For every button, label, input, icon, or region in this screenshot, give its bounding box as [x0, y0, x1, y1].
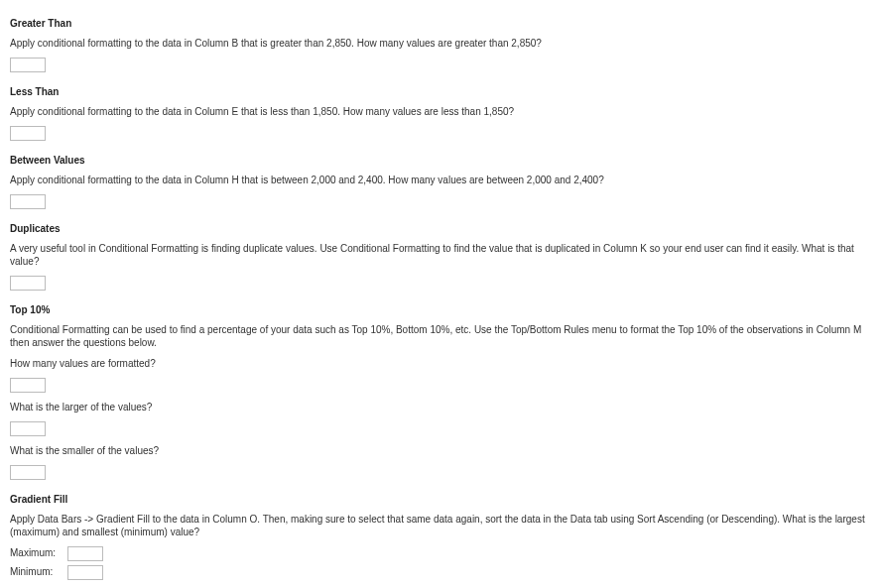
- input-duplicates[interactable]: [10, 276, 46, 291]
- input-minimum[interactable]: [67, 565, 103, 580]
- heading-greater-than: Greater Than: [10, 18, 872, 29]
- desc-greater-than: Apply conditional formatting to the data…: [10, 37, 872, 50]
- q-top10-smaller: What is the smaller of the values?: [10, 444, 872, 457]
- desc-top10: Conditional Formatting can be used to fi…: [10, 323, 872, 349]
- input-maximum[interactable]: [67, 546, 103, 561]
- label-maximum: Maximum:: [10, 547, 64, 558]
- desc-duplicates: A very useful tool in Conditional Format…: [10, 242, 872, 268]
- q-top10-larger: What is the larger of the values?: [10, 401, 872, 413]
- input-greater-than[interactable]: [10, 58, 46, 72]
- desc-less-than: Apply conditional formatting to the data…: [10, 105, 872, 118]
- input-top10-count[interactable]: [10, 378, 46, 393]
- heading-gradient-fill: Gradient Fill: [10, 494, 872, 505]
- desc-between-values: Apply conditional formatting to the data…: [10, 174, 872, 186]
- input-less-than[interactable]: [10, 126, 46, 141]
- heading-between-values: Between Values: [10, 155, 872, 166]
- label-minimum: Minimum:: [10, 566, 64, 577]
- input-top10-smaller[interactable]: [10, 465, 46, 480]
- heading-less-than: Less Than: [10, 86, 872, 97]
- heading-top10: Top 10%: [10, 304, 872, 315]
- input-between-values[interactable]: [10, 194, 46, 209]
- heading-duplicates: Duplicates: [10, 223, 872, 234]
- q-top10-count: How many values are formatted?: [10, 357, 872, 370]
- desc-gradient-fill: Apply Data Bars -> Gradient Fill to the …: [10, 513, 872, 538]
- input-top10-larger[interactable]: [10, 421, 46, 436]
